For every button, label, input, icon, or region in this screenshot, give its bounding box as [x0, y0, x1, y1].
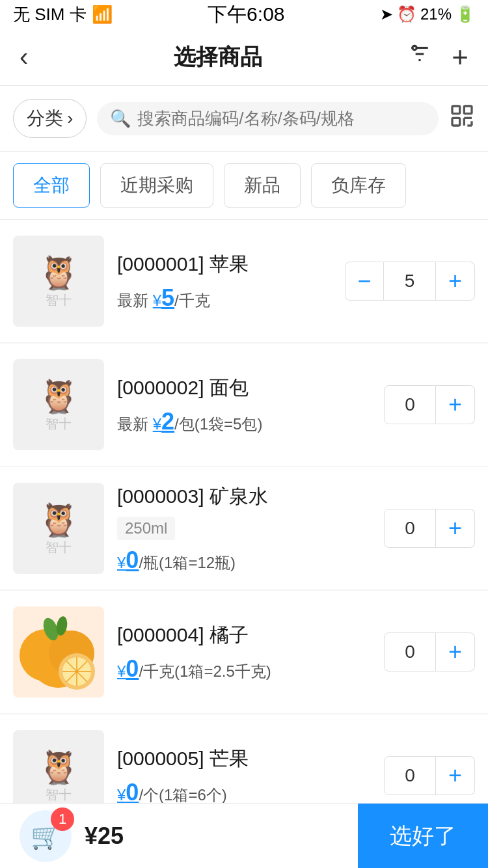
cart-button[interactable]: 🛒 1	[20, 810, 72, 862]
search-input-wrapper: 🔍	[97, 102, 439, 135]
product-price: 最新 ¥2/包(1袋=5包)	[117, 408, 371, 435]
battery-icon: 🔋	[455, 5, 475, 23]
nav-bar: ‹ 选择商品 +	[0, 29, 488, 86]
svg-point-3	[413, 46, 416, 49]
product-image: 🦉 智十	[13, 359, 104, 450]
product-info: [0000001] 苹果 最新 ¥5/千克	[117, 251, 332, 312]
location-icon: ➤	[380, 5, 393, 23]
product-price: ¥0/个(1箱=6个)	[117, 779, 371, 806]
quantity-input[interactable]	[384, 756, 436, 795]
quantity-input[interactable]	[384, 262, 436, 301]
search-icon: 🔍	[110, 109, 131, 129]
filter-icon[interactable]	[407, 42, 432, 72]
quantity-increase-button[interactable]: +	[436, 756, 475, 795]
placeholder-owl-icon: 🦉	[38, 254, 79, 292]
tab-recent[interactable]: 近期采购	[100, 163, 213, 208]
product-list: 🦉 智十 [0000001] 苹果 最新 ¥5/千克 − + 🦉 智十 [000…	[0, 220, 488, 868]
product-price: ¥0/瓶(1箱=12瓶)	[117, 547, 371, 574]
tab-new[interactable]: 新品	[224, 163, 301, 208]
product-name: [0000003] 矿泉水	[117, 483, 371, 510]
quantity-increase-button[interactable]: +	[436, 509, 475, 548]
product-price: ¥0/千克(1箱=2.5千克)	[117, 655, 371, 683]
svg-rect-4	[452, 106, 460, 114]
quantity-input[interactable]	[384, 509, 436, 548]
list-item: 🦉 智十 [0000001] 苹果 最新 ¥5/千克 − +	[0, 220, 488, 342]
bottom-bar: 🛒 1 ¥25 选好了	[0, 803, 488, 868]
cart-total: ¥25	[85, 822, 124, 850]
placeholder-owl-text: 智十	[46, 786, 72, 804]
quantity-increase-button[interactable]: +	[436, 632, 475, 671]
search-bar: 分类 › 🔍	[0, 86, 488, 152]
filter-tabs: 全部 近期采购 新品 负库存	[0, 152, 488, 220]
tab-all[interactable]: 全部	[13, 163, 90, 208]
product-info: [0000005] 芒果 ¥0/个(1箱=6个)	[117, 746, 371, 806]
category-label: 分类	[27, 106, 63, 131]
quantity-control: +	[384, 632, 475, 671]
placeholder-owl-text: 智十	[46, 292, 72, 309]
status-left: 无 SIM 卡 📶	[13, 3, 113, 26]
product-image: 🦉 智十	[13, 236, 104, 327]
category-button[interactable]: 分类 ›	[13, 99, 87, 138]
svg-rect-6	[452, 118, 460, 126]
quantity-decrease-button[interactable]: −	[345, 262, 384, 301]
quantity-increase-button[interactable]: +	[436, 262, 475, 301]
product-image: 🦉 智十	[13, 483, 104, 574]
product-name: [0000002] 面包	[117, 375, 371, 401]
placeholder-owl-text: 智十	[46, 415, 72, 433]
cart-section: 🛒 1 ¥25	[0, 810, 358, 862]
product-info: [0000003] 矿泉水 250ml ¥0/瓶(1箱=12瓶)	[117, 483, 371, 574]
quantity-control: − +	[345, 262, 475, 301]
placeholder-owl-icon: 🦉	[38, 748, 79, 786]
confirm-button[interactable]: 选好了	[358, 804, 488, 869]
category-chevron: ›	[67, 108, 73, 129]
product-name: [0000005] 芒果	[117, 746, 371, 772]
product-image	[13, 606, 104, 698]
list-item: 🦉 智十 [0000002] 面包 最新 ¥2/包(1袋=5包) +	[0, 344, 488, 466]
quantity-increase-button[interactable]: +	[436, 385, 475, 424]
product-name: [0000004] 橘子	[117, 622, 371, 649]
placeholder-owl-icon: 🦉	[38, 377, 79, 415]
quantity-control: +	[384, 385, 475, 424]
list-item: 🦉 智十 [0000003] 矿泉水 250ml ¥0/瓶(1箱=12瓶) +	[0, 467, 488, 590]
product-info: [0000002] 面包 最新 ¥2/包(1袋=5包)	[117, 375, 371, 435]
list-item: [0000004] 橘子 ¥0/千克(1箱=2.5千克) +	[0, 591, 488, 713]
status-right: ➤ ⏰ 21% 🔋	[380, 5, 475, 23]
status-bar: 无 SIM 卡 📶 下午6:08 ➤ ⏰ 21% 🔋	[0, 0, 488, 29]
alarm-icon: ⏰	[397, 5, 416, 23]
status-time: 下午6:08	[208, 1, 284, 28]
quantity-control: +	[384, 509, 475, 548]
scan-icon[interactable]	[449, 103, 475, 135]
tab-negative[interactable]: 负库存	[311, 163, 406, 208]
cart-badge: 1	[51, 807, 74, 831]
page-title: 选择商品	[174, 42, 262, 72]
nav-actions: +	[407, 41, 468, 74]
quantity-input[interactable]	[384, 385, 436, 424]
quantity-control: +	[384, 756, 475, 795]
sim-status: 无 SIM 卡	[13, 3, 87, 26]
placeholder-owl-icon: 🦉	[38, 501, 79, 539]
quantity-input[interactable]	[384, 632, 436, 671]
product-info: [0000004] 橘子 ¥0/千克(1箱=2.5千克)	[117, 622, 371, 683]
product-spec: 250ml	[117, 517, 175, 540]
back-button[interactable]: ‹	[20, 42, 28, 72]
product-name: [0000001] 苹果	[117, 251, 332, 278]
search-input[interactable]	[137, 109, 426, 129]
battery-percent: 21%	[420, 5, 452, 23]
product-price: 最新 ¥5/千克	[117, 284, 332, 312]
svg-rect-5	[464, 106, 472, 114]
wifi-icon: 📶	[92, 5, 113, 25]
placeholder-owl-text: 智十	[46, 539, 72, 556]
add-button[interactable]: +	[452, 41, 468, 74]
